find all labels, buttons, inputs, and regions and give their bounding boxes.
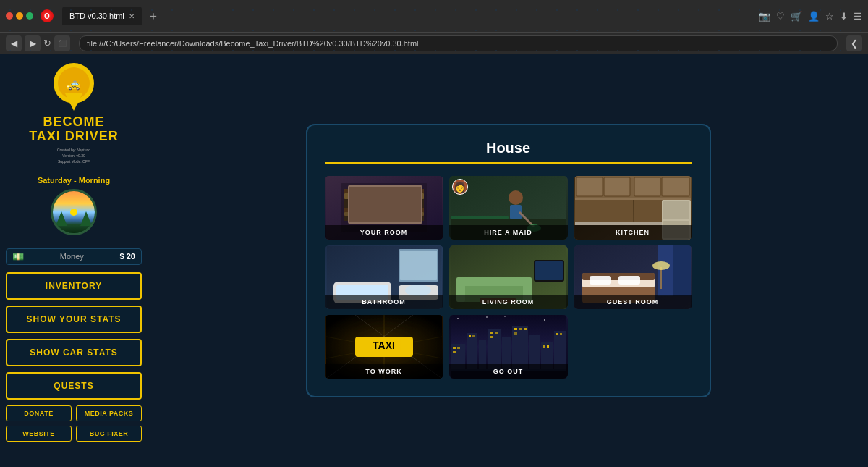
forward-button[interactable]: ▶ <box>25 35 41 51</box>
svg-rect-5 <box>348 212 420 218</box>
donate-button[interactable]: DONATE <box>6 405 72 421</box>
logo-area: 🚕 BECOME TAXI DRIVER Created by: Neptuno… <box>29 62 119 164</box>
new-tab-button[interactable]: ＋ <box>145 9 162 24</box>
svg-rect-35 <box>634 177 660 196</box>
svg-rect-6 <box>348 190 352 225</box>
svg-rect-88 <box>457 347 460 349</box>
svg-rect-31 <box>575 200 633 222</box>
logo-title-line1: BECOME <box>43 115 104 130</box>
time-label: Saturday - Morning <box>38 176 110 185</box>
svg-rect-20 <box>344 212 424 216</box>
room-card-hire-maid[interactable]: 👩 HIRE A MAID <box>449 176 568 240</box>
svg-rect-29 <box>575 198 691 200</box>
minimize-traffic-dot[interactable] <box>16 12 23 20</box>
time-scene <box>53 191 95 233</box>
svg-rect-4 <box>348 190 420 196</box>
svg-point-106 <box>486 316 488 318</box>
svg-rect-51 <box>458 277 530 286</box>
money-label: Money <box>60 252 84 261</box>
svg-point-23 <box>509 190 523 205</box>
quests-button[interactable]: QUESTS <box>6 372 142 400</box>
room-label-taxi: TO WORK <box>325 364 443 379</box>
svg-rect-18 <box>344 212 424 221</box>
inventory-button[interactable]: INVENTORY <box>6 272 142 300</box>
svg-rect-101 <box>556 333 558 335</box>
svg-point-105 <box>457 318 459 319</box>
time-circle <box>51 189 97 235</box>
bug-fixer-button[interactable]: BUG FIXER <box>76 426 142 442</box>
time-sun-icon <box>70 209 77 216</box>
svg-point-108 <box>504 316 506 317</box>
profile-icon[interactable]: 👤 <box>808 11 820 22</box>
browser-logo: O <box>41 9 54 22</box>
room-card-taxi[interactable]: TAXI TO WORK <box>325 315 443 379</box>
maximize-traffic-dot[interactable] <box>26 12 33 20</box>
room-card-your-room[interactable]: YOUR ROOM <box>325 176 443 240</box>
show-car-stats-button[interactable]: SHOW CAR STATS <box>6 339 142 366</box>
show-your-stats-button[interactable]: SHOW YOUR STATS <box>6 306 142 333</box>
room-card-bathroom[interactable]: BATHROOM <box>325 245 443 309</box>
svg-rect-34 <box>604 177 630 196</box>
svg-point-68 <box>652 261 670 270</box>
heart-icon[interactable]: ♡ <box>776 11 785 22</box>
browser-chrome: O BTD v0.30.html ✕ ＋ 📷 ♡ 🛒 👤 ☆ ⬇ ☰ <box>0 0 868 33</box>
svg-rect-7 <box>416 190 420 225</box>
svg-rect-56 <box>535 261 563 280</box>
time-tree-right-icon <box>80 211 92 226</box>
svg-rect-67 <box>660 267 662 289</box>
close-traffic-dot[interactable] <box>6 12 13 20</box>
room-card-living-room[interactable]: LIVING ROOM <box>449 245 568 309</box>
collapse-sidebar-button[interactable]: ❮ <box>846 35 862 51</box>
svg-rect-13 <box>344 189 424 193</box>
svg-rect-97 <box>524 328 527 330</box>
browser-extensions-button[interactable]: ⬛ <box>54 35 70 51</box>
logo-pin-svg: 🚕 <box>52 62 95 112</box>
svg-rect-92 <box>490 332 493 334</box>
money-row: 💵 Money $ 20 <box>6 248 142 265</box>
room-label-bathroom: BATHROOM <box>325 295 443 309</box>
menu-icon[interactable]: ☰ <box>854 11 862 22</box>
website-button[interactable]: WEBSITE <box>6 426 72 442</box>
svg-rect-27 <box>451 216 509 219</box>
sidebar-toggle-button[interactable]: ❮ <box>148 62 148 82</box>
svg-rect-8 <box>348 196 420 212</box>
room-label-go-out: GO OUT <box>449 364 568 379</box>
reload-button[interactable]: ↻ <box>43 38 51 49</box>
room-card-kitchen[interactable]: KITCHEN <box>574 176 692 240</box>
time-display: Saturday - Morning <box>38 176 110 240</box>
svg-rect-17 <box>344 193 424 208</box>
cart-icon[interactable]: 🛒 <box>791 11 802 22</box>
media-packs-button[interactable]: MEDIA PACKS <box>76 405 142 421</box>
address-bar[interactable] <box>79 35 838 51</box>
room-card-guest-room[interactable]: GUEST ROOM <box>574 245 692 309</box>
svg-rect-96 <box>519 328 522 330</box>
svg-rect-100 <box>547 345 549 348</box>
active-tab[interactable]: BTD v0.30.html ✕ <box>62 7 142 25</box>
nav-row: ◀ ▶ ↻ ⬛ ❮ <box>0 33 868 54</box>
money-icon: 💵 <box>12 251 24 262</box>
svg-rect-95 <box>514 328 517 330</box>
tab-close-button[interactable]: ✕ <box>129 12 135 20</box>
main-content: House <box>148 54 868 467</box>
screenshot-icon[interactable]: 📷 <box>759 11 770 22</box>
room-label-kitchen: KITCHEN <box>574 225 692 240</box>
svg-rect-87 <box>453 347 456 349</box>
back-button[interactable]: ◀ <box>6 35 22 51</box>
svg-rect-98 <box>514 332 517 335</box>
svg-rect-33 <box>576 177 603 196</box>
star-icon[interactable]: ☆ <box>825 11 834 22</box>
sidebar-created-by: Created by: Neptuno Version: v0.30 Suppo… <box>57 147 90 164</box>
room-label-hire-maid: HIRE A MAID <box>449 225 568 240</box>
svg-text:🚕: 🚕 <box>67 77 81 91</box>
room-label-guest-room: GUEST ROOM <box>574 295 692 309</box>
room-card-go-out[interactable]: GO OUT <box>449 315 568 379</box>
svg-text:TAXI: TAXI <box>370 340 399 354</box>
download-icon[interactable]: ⬇ <box>840 11 848 22</box>
money-value: $ 20 <box>120 252 135 261</box>
sidebar: ❮ 🚕 BECOME TAXI DRIVER Created by: Neptu… <box>0 54 148 467</box>
svg-rect-91 <box>472 335 475 337</box>
svg-rect-14 <box>344 208 424 212</box>
logo-pin-container: 🚕 <box>52 62 95 112</box>
small-btns-row-2: WEBSITE BUG FIXER <box>6 426 142 442</box>
svg-point-107 <box>544 319 545 321</box>
